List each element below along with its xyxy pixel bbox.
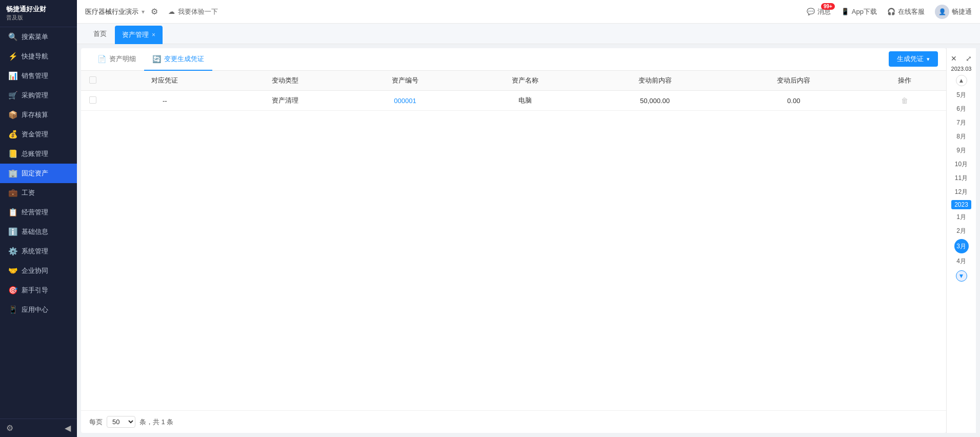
sidebar-label-app-center: 应用中心 — [22, 305, 48, 314]
app-center-icon: 📱 — [8, 305, 17, 314]
funds-icon: 💰 — [8, 130, 17, 139]
tab-home-label: 首页 — [93, 29, 107, 38]
sidebar-label-quick-nav: 快捷导航 — [22, 52, 48, 61]
message-button[interactable]: 💬 消息 99+ — [807, 7, 831, 16]
customer-service-icon: 🎧 — [887, 8, 895, 15]
row-asset-name-0: 电脑 — [465, 91, 585, 111]
sidebar-item-fixed-assets[interactable]: 🏢固定资产 — [0, 164, 77, 183]
row-checkbox-cell[interactable] — [81, 91, 105, 111]
sales-icon: 📊 — [8, 71, 17, 81]
generate-voucher-button[interactable]: 生成凭证 ▾ — [889, 51, 938, 67]
tab-home[interactable]: 首页 — [85, 24, 115, 44]
row-operation-0[interactable]: 🗑 — [863, 91, 946, 111]
tabbar: 首页 资产管理 × — [77, 24, 980, 44]
table-row: -- 资产清理 000001 电脑 50,000.00 0.00 🗑 — [81, 91, 946, 111]
row-after-change-0: 0.00 — [724, 91, 863, 111]
header-checkbox-cell[interactable] — [81, 71, 105, 91]
sidebar-label-operations: 经营管理 — [22, 208, 48, 217]
tab-close-button[interactable]: × — [152, 31, 155, 38]
row-checkbox-0[interactable] — [89, 96, 96, 104]
prev-month-button[interactable]: ▲ — [956, 75, 967, 86]
username-label: 畅捷通 — [952, 7, 972, 16]
month-item-1月[interactable]: 1月 — [947, 210, 976, 224]
sub-tab-asset-detail[interactable]: 📄 资产明细 — [89, 48, 144, 71]
per-page-select[interactable]: 2050100 — [107, 416, 135, 428]
sidebar-item-funds[interactable]: 💰资金管理 — [0, 125, 77, 144]
avatar: 👤 — [935, 5, 949, 19]
month-item-4月[interactable]: 4月 — [947, 254, 976, 268]
user-menu[interactable]: 👤 畅捷通 — [935, 5, 972, 19]
sidebar-item-app-center[interactable]: 📱应用中心 — [0, 300, 77, 320]
guide-icon: 🎯 — [8, 286, 17, 295]
delete-icon-0[interactable]: 🗑 — [901, 96, 908, 105]
asset-detail-icon: 📄 — [97, 55, 106, 63]
payroll-icon: 💼 — [8, 188, 17, 197]
sidebar: 畅捷通好业财 普及版 🔍搜索菜单⚡快捷导航📊销售管理🛒采购管理📦库存核算💰资金管… — [0, 0, 77, 437]
month-item-2月[interactable]: 2月 — [947, 224, 976, 238]
sidebar-label-basic-info: 基础信息 — [22, 227, 48, 236]
sidebar-item-quick-nav[interactable]: ⚡快捷导航 — [0, 47, 77, 66]
sidebar-label-guide: 新手引导 — [22, 286, 48, 295]
panel-close-icon[interactable]: ✕ — [951, 54, 957, 63]
header-change-type: 变动类型 — [225, 71, 345, 91]
month-list: 5月6月7月8月9月10月11月12月20231月2月3月4月 — [947, 88, 976, 268]
experience-icon: ☁ — [168, 8, 175, 15]
sidebar-item-inventory[interactable]: 📦库存核算 — [0, 105, 77, 125]
month-item-11月[interactable]: 11月 — [947, 171, 976, 185]
generate-btn-arrow-icon: ▾ — [927, 56, 930, 63]
panel-expand-icon[interactable]: ⤢ — [966, 54, 972, 63]
customer-service-button[interactable]: 🎧 在线客服 — [887, 7, 925, 16]
sidebar-label-ledger: 总账管理 — [22, 149, 48, 158]
month-item-5月[interactable]: 5月 — [947, 88, 976, 102]
sidebar-item-payroll[interactable]: 💼工资 — [0, 183, 77, 203]
month-item-10月[interactable]: 10月 — [947, 157, 976, 171]
month-item-6月[interactable]: 6月 — [947, 102, 976, 116]
sidebar-item-system[interactable]: ⚙️系统管理 — [0, 242, 77, 261]
settings-icon[interactable]: ⚙ — [6, 423, 13, 433]
sidebar-label-inventory: 库存核算 — [22, 110, 48, 120]
message-badge: 99+ — [821, 3, 835, 10]
company-name: 医疗器械行业演示 — [85, 7, 138, 16]
sidebar-item-basic-info[interactable]: ℹ️基础信息 — [0, 222, 77, 242]
experience-button[interactable]: ☁ 我要体验一下 — [168, 7, 218, 16]
select-all-checkbox[interactable] — [89, 76, 96, 84]
sidebar-label-payroll: 工资 — [22, 188, 35, 197]
sidebar-item-enterprise[interactable]: 🤝企业协同 — [0, 261, 77, 281]
sidebar-label-sales: 销售管理 — [22, 71, 48, 81]
settings-gear-icon[interactable]: ⚙ — [151, 7, 158, 16]
sidebar-item-search[interactable]: 🔍搜索菜单 — [0, 27, 77, 47]
month-item-9月[interactable]: 9月 — [947, 144, 976, 157]
sidebar-item-sales[interactable]: 📊销售管理 — [0, 66, 77, 86]
pagination: 每页 2050100 条，共 1 条 — [81, 410, 946, 433]
app-download-button[interactable]: 📱 App下载 — [841, 7, 877, 16]
sidebar-item-ledger[interactable]: 📒总账管理 — [0, 144, 77, 164]
year-month-label: 2023.03 — [947, 65, 976, 73]
sidebar-item-operations[interactable]: 📋经营管理 — [0, 203, 77, 222]
month-item-3月[interactable]: 3月 — [954, 239, 969, 253]
month-item-12月[interactable]: 12月 — [947, 185, 976, 199]
row-change-type-0: 资产清理 — [225, 91, 345, 111]
collapse-icon[interactable]: ◀ — [65, 423, 71, 433]
sidebar-item-purchase[interactable]: 🛒采购管理 — [0, 86, 77, 105]
page-content: 📄 资产明细 🔄 变更生成凭证 生成凭证 ▾ — [81, 48, 946, 433]
generate-voucher-label: 生成凭证 — [897, 54, 924, 64]
month-item-8月[interactable]: 8月 — [947, 130, 976, 144]
app-download-icon: 📱 — [841, 8, 849, 15]
inventory-icon: 📦 — [8, 110, 17, 120]
total-count: 条，共 1 条 — [139, 418, 173, 427]
company-selector[interactable]: 医疗器械行业演示 ▾ — [85, 7, 145, 16]
system-icon: ⚙️ — [8, 247, 17, 256]
change-voucher-icon: 🔄 — [152, 55, 161, 63]
sidebar-item-guide[interactable]: 🎯新手引导 — [0, 281, 77, 300]
content-area: 📄 资产明细 🔄 变更生成凭证 生成凭证 ▾ — [81, 48, 976, 433]
year-tag-2023[interactable]: 2023 — [951, 200, 971, 209]
sub-tab-change-voucher[interactable]: 🔄 变更生成凭证 — [144, 48, 212, 71]
tab-asset-management[interactable]: 资产管理 × — [115, 26, 163, 44]
fixed-assets-icon: 🏢 — [8, 169, 17, 178]
table-body: -- 资产清理 000001 电脑 50,000.00 0.00 🗑 — [81, 91, 946, 111]
sub-tabs: 📄 资产明细 🔄 变更生成凭证 生成凭证 ▾ — [81, 48, 946, 71]
next-month-button[interactable]: ▼ — [956, 270, 967, 282]
operations-icon: 📋 — [8, 208, 17, 217]
month-item-7月[interactable]: 7月 — [947, 116, 976, 130]
sidebar-logo: 畅捷通好业财 普及版 — [0, 0, 77, 27]
